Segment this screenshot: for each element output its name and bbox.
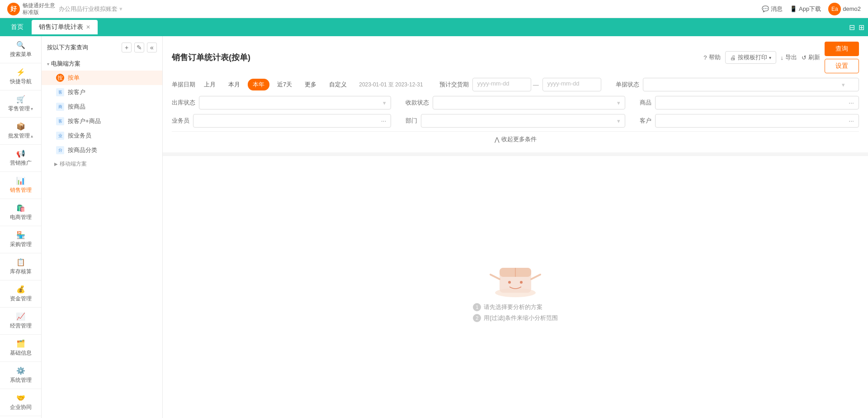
sidebar-item-operations[interactable]: 📈 经营管理 — [0, 308, 41, 335]
sidebar-item-system[interactable]: ⚙️ 系统管理 — [0, 362, 41, 389]
sidebar-item-marketing[interactable]: 📢 营销推广 — [0, 145, 41, 172]
scheme-item-by-customer-goods[interactable]: 客 按客户+商品 — [42, 114, 162, 128]
content-area: 按以下方案查询 + ✎ « ▾ 电脑端方案 按 按单 客 按 — [42, 36, 868, 418]
breadcrumb-arrow-icon: ▾ — [119, 5, 123, 12]
scheme-icon-sq: 业 — [56, 132, 64, 140]
collapse-button[interactable]: ⋀ 收起更多条件 — [172, 131, 859, 147]
wholesale-icon: 📦 — [16, 122, 25, 131]
refresh-button[interactable]: ↺ 刷新 — [802, 53, 820, 62]
doc-status-select[interactable]: ▾ — [643, 78, 859, 91]
sidebar-item-inventory[interactable]: 📋 库存核算 — [0, 253, 41, 280]
logo-text: 畅捷通好生意 标准版 — [23, 2, 55, 15]
chevron-down-icon: ▾ — [842, 81, 845, 88]
receipt-status-col: 收款状态 ▾ — [406, 96, 625, 109]
svg-line-6 — [491, 275, 500, 279]
tab-close-icon[interactable]: ✕ — [86, 24, 90, 30]
date-separator: — — [533, 81, 539, 88]
scheme-item-by-goods[interactable]: 商 按商品 — [42, 100, 162, 114]
template-print-button[interactable]: 🖨 按模板打印 ▾ — [725, 51, 776, 64]
sidebar-item-ecommerce[interactable]: 🛍️ 电商管理 — [0, 199, 41, 226]
goods-col: 商品 ··· — [640, 96, 859, 109]
tab-expand-icon[interactable]: ⊞ — [859, 23, 864, 32]
receipt-status-label: 收款状态 — [406, 99, 429, 107]
desktop-scheme-title[interactable]: ▾ 电脑端方案 — [42, 57, 162, 71]
empty-svg — [486, 250, 545, 299]
app-download-button[interactable]: 📱 App下载 — [790, 5, 821, 13]
system-icon: ⚙️ — [16, 366, 25, 375]
chevron-up-icon: ▴ — [31, 133, 33, 138]
date-btn-this-year[interactable]: 本年 — [248, 79, 269, 90]
date-btn-more[interactable]: 更多 — [300, 79, 321, 90]
export-icon: ↓ — [781, 54, 784, 61]
scheme-item-by-salesperson[interactable]: 业 按业务员 — [42, 128, 162, 143]
top-header-right: 💬 消息 📱 App下载 Ea demo2 — [762, 3, 861, 15]
scheme-item-by-order[interactable]: 按 按单 — [42, 71, 162, 85]
message-button[interactable]: 💬 消息 — [762, 5, 783, 13]
sidebar-item-wholesale-mgmt[interactable]: 📦 批发管理 ▴ — [0, 118, 41, 145]
empty-step-1: 1 请先选择要分析的方案 — [473, 303, 557, 311]
left-panel-header: 按以下方案查询 + ✎ « — [42, 40, 162, 55]
expected-delivery-label: 预计交货期 — [439, 81, 469, 89]
tab-minimize-icon[interactable]: ⊟ — [849, 23, 855, 32]
date-end-input[interactable]: yyyy-mm-dd — [542, 78, 601, 91]
department-label: 部门 — [406, 117, 417, 125]
date-filter: 上月 本月 本年 近7天 更多 自定义 — [199, 79, 352, 90]
date-btn-last-7-days[interactable]: 近7天 — [272, 79, 297, 90]
sidebar-item-basic-info[interactable]: 🗂️ 基础信息 — [0, 335, 41, 362]
salesperson-more-icon[interactable]: ··· — [381, 117, 387, 124]
mobile-scheme-title[interactable]: ▶ 移动端方案 — [42, 157, 162, 171]
scheme-item-by-goods-category[interactable]: 分 按商品分类 — [42, 143, 162, 157]
query-setting-group: 查询 设置 — [825, 42, 859, 73]
breadcrumb[interactable]: 办公用品行业模拟账套 ▾ — [59, 5, 123, 13]
filter-row-3: 业务员 ··· 部门 ▾ 客户 — [172, 114, 859, 128]
scheme-item-by-customer[interactable]: 客 按客户 — [42, 85, 162, 100]
goods-more-icon[interactable]: ··· — [849, 99, 854, 106]
customer-label: 客户 — [640, 117, 651, 125]
chevron-down-icon: ▾ — [617, 100, 620, 106]
search-icon: 🔍 — [16, 41, 25, 49]
add-scheme-button[interactable]: + — [122, 43, 132, 52]
sidebar-item-enterprise-collab[interactable]: 🤝 企业协同 — [0, 389, 41, 416]
delivery-status-col: 出库状态 ▾ — [172, 96, 391, 109]
ecommerce-icon: 🛍️ — [16, 204, 25, 212]
top-header: 好 畅捷通好生意 标准版 办公用品行业模拟账套 ▾ 💬 消息 📱 App下载 E… — [0, 0, 868, 18]
sales-icon: 📊 — [16, 176, 25, 185]
date-start-input[interactable]: yyyy-mm-dd — [472, 78, 531, 91]
query-button[interactable]: 查询 — [825, 42, 859, 56]
edit-scheme-button[interactable]: ✎ — [134, 43, 144, 52]
department-select[interactable]: ▾ — [421, 114, 625, 128]
date-btn-this-month[interactable]: 本月 — [223, 79, 245, 90]
dropdown-arrow-icon: ▾ — [769, 55, 771, 60]
user-profile[interactable]: Ea demo2 — [828, 3, 861, 15]
sidebar-item-sales-mgmt[interactable]: 📊 销售管理 — [0, 172, 41, 199]
sidebar-item-search-menu[interactable]: 🔍 搜索菜单 — [0, 36, 41, 63]
expected-delivery-field: 预计交货期 yyyy-mm-dd 📅 — yyyy-mm-dd — [439, 78, 599, 91]
salesperson-select[interactable]: ··· — [193, 114, 391, 128]
date-label: 单据日期 — [172, 81, 195, 89]
tab-home[interactable]: 首页 — [4, 20, 31, 34]
customer-more-icon[interactable]: ··· — [849, 117, 854, 124]
app-download-icon: 📱 — [790, 5, 797, 12]
sidebar-item-quick-nav[interactable]: ⚡ 快捷导航 — [0, 63, 41, 90]
date-start-input-area: yyyy-mm-dd 📅 — [472, 78, 529, 91]
customer-select[interactable]: ··· — [655, 114, 859, 128]
date-btn-custom[interactable]: 自定义 — [324, 79, 352, 90]
help-button[interactable]: ? 帮助 — [703, 53, 720, 62]
print-icon: 🖨 — [730, 54, 736, 61]
refresh-icon: ↺ — [802, 54, 807, 61]
collapse-panel-button[interactable]: « — [147, 43, 157, 52]
salesperson-col: 业务员 ··· — [172, 114, 391, 128]
tab-sales-order-stats[interactable]: 销售订单统计表 ✕ — [32, 20, 98, 34]
scheme-icon-circle: 按 — [56, 74, 64, 82]
delivery-status-select[interactable]: ▾ — [199, 96, 391, 109]
sidebar-item-retail-mgmt[interactable]: 🛒 零售管理 ▾ — [0, 90, 41, 118]
goods-select[interactable]: ··· — [655, 96, 859, 109]
sidebar-item-purchase-mgmt[interactable]: 🏪 采购管理 — [0, 226, 41, 253]
export-button[interactable]: ↓ 导出 — [781, 53, 797, 62]
receipt-status-select[interactable]: ▾ — [433, 96, 625, 109]
date-btn-last-month[interactable]: 上月 — [199, 79, 221, 90]
sidebar-item-finance[interactable]: 💰 资金管理 — [0, 280, 41, 308]
setting-button[interactable]: 设置 — [825, 59, 859, 73]
scheme-icon-sq: 客 — [56, 117, 64, 125]
sidebar-item-new-guide[interactable]: 🎯 新手引导 — [0, 416, 41, 418]
